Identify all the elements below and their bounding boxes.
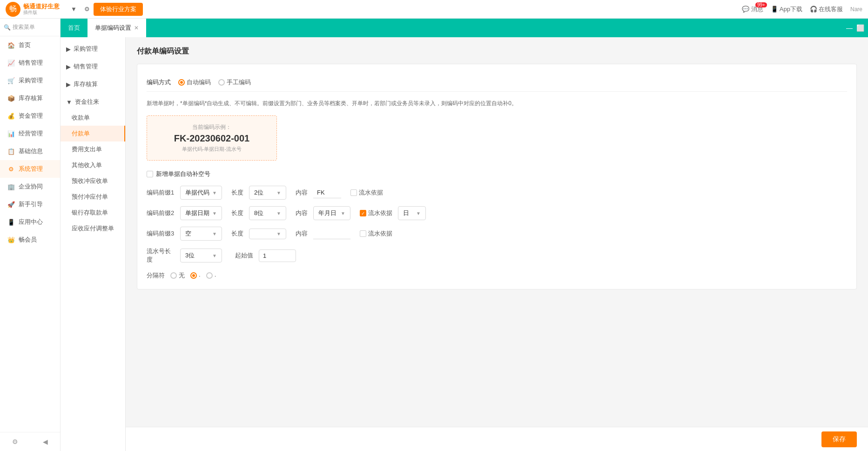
- message-icon: 💬: [742, 6, 749, 13]
- nav-item-payment[interactable]: 付款单: [61, 126, 125, 141]
- home-icon: 🏠: [7, 41, 15, 49]
- nav-item-receipt[interactable]: 收款单: [61, 110, 125, 126]
- sidebar-item-member[interactable]: 👑 畅会员: [0, 231, 60, 249]
- prefix1-length-label: 长度: [231, 188, 243, 197]
- prefix1-length-arrow: ▼: [276, 190, 281, 195]
- top-bar: 畅 畅通道好生意 插件版 ▼ ⚙ 体验行业方案 💬 消息 99+ 📱 App下载…: [0, 0, 868, 19]
- serial-length-value: 3位: [185, 251, 195, 260]
- tab-minimize-icon[interactable]: —: [846, 24, 853, 32]
- prefix3-select[interactable]: 空 ▼: [180, 227, 222, 241]
- message-btn[interactable]: 💬 消息 99+: [742, 5, 763, 13]
- prefix3-length-select[interactable]: ▼: [249, 229, 286, 239]
- serial-start-input[interactable]: [259, 249, 296, 262]
- sidebar-settings-btn[interactable]: ⚙: [8, 436, 22, 447]
- sidebar-item-purchase-label: 采购管理: [19, 76, 43, 85]
- prefix2-length-value: 8位: [254, 209, 263, 217]
- tab-singlecode[interactable]: 单据编码设置 ✕: [87, 19, 146, 37]
- nav-dropdown[interactable]: ▼: [67, 6, 81, 13]
- prefix3-label: 编码前缀3: [147, 229, 175, 238]
- sidebar-item-appcenter[interactable]: 📱 应用中心: [0, 213, 60, 231]
- nav-item-prepayreceive-label: 预收冲应收单: [72, 177, 108, 184]
- dropdown-text: ▼: [71, 6, 77, 13]
- sidebar-item-sales[interactable]: 📈 销售管理: [0, 54, 60, 72]
- sidebar-item-operations[interactable]: 📊 经营管理: [0, 125, 60, 142]
- auto-fill-checkbox[interactable]: [147, 171, 153, 177]
- nav-item-income[interactable]: 其他收入单: [61, 157, 125, 173]
- sidebar-item-purchase[interactable]: 🛒 采购管理: [0, 72, 60, 89]
- gear-icon: ⚙: [84, 6, 90, 13]
- save-button[interactable]: 保存: [821, 431, 857, 447]
- prefix1-value: 单据代码: [185, 188, 209, 197]
- nav-header-sales[interactable]: ▶ 销售管理: [61, 59, 125, 74]
- prefix1-content-input[interactable]: [313, 187, 341, 198]
- logo: 畅 畅通道好生意 插件版: [6, 2, 60, 17]
- app-download-btn[interactable]: 📱 App下载: [771, 5, 802, 13]
- sep-underscore-radio[interactable]: ·: [206, 272, 216, 279]
- app-icon: 📱: [771, 6, 778, 13]
- sidebar-item-enterprise[interactable]: 🏢 企业协同: [0, 178, 60, 195]
- prefix1-length-select[interactable]: 2位 ▼: [249, 186, 286, 200]
- prefix1-serial-checkbox[interactable]: [350, 189, 357, 196]
- enterprise-icon: 🏢: [7, 183, 15, 190]
- prefix2-length-select[interactable]: 8位 ▼: [249, 206, 286, 220]
- sidebar-item-newguide[interactable]: 🚀 新手引导: [0, 195, 60, 213]
- sep-dash-radio[interactable]: ·: [190, 272, 201, 279]
- nav-item-prepayreceive[interactable]: 预收冲应收单: [61, 173, 125, 189]
- prefix2-content-select[interactable]: 年月日 ▼: [313, 206, 350, 220]
- nav-gear[interactable]: ⚙: [84, 6, 90, 13]
- logo-sub: 插件版: [23, 10, 60, 15]
- prefix2-date-select[interactable]: 日 ▼: [398, 206, 426, 220]
- prefix3-serial-label: 流水依据: [368, 229, 392, 238]
- auto-encoding-dot: [178, 79, 185, 86]
- sidebar-collapse-btn[interactable]: ◀: [39, 436, 52, 447]
- sep-none-dot: [170, 272, 177, 279]
- sep-none-radio[interactable]: 无: [170, 271, 185, 280]
- nav-item-bankdeposit[interactable]: 银行存取款单: [61, 205, 125, 221]
- app-label: App下载: [780, 5, 802, 13]
- sidebar-item-member-label: 畅会员: [19, 236, 37, 244]
- manual-encoding-dot: [218, 79, 225, 86]
- tab-maximize-icon[interactable]: ⬜: [856, 24, 864, 32]
- nav-header-inventory[interactable]: ▶ 库存核算: [61, 76, 125, 92]
- sidebar-item-operations-label: 经营管理: [19, 129, 43, 138]
- purchase-icon: 🛒: [7, 77, 15, 84]
- online-service-btn[interactable]: 🎧 在线客服: [810, 5, 843, 13]
- prefix1-arrow: ▼: [212, 190, 217, 195]
- sidebar-item-home[interactable]: 🏠 首页: [0, 36, 60, 54]
- trial-btn[interactable]: 体验行业方案: [94, 3, 143, 16]
- prefix1-serial-label: 流水依据: [359, 188, 383, 197]
- auto-fill-label: 新增单据自动补空号: [156, 170, 210, 178]
- auto-encoding-radio[interactable]: 自动编码: [178, 78, 211, 87]
- sidebar-item-enterprise-label: 企业协同: [19, 182, 43, 191]
- tab-bar-actions: — ⬜: [846, 24, 868, 32]
- sidebar-item-system[interactable]: ⚙ 系统管理: [0, 160, 60, 178]
- prefix3-serial-checkbox[interactable]: [360, 230, 366, 237]
- prefix1-select[interactable]: 单据代码 ▼: [180, 186, 222, 200]
- sep-underscore-dot: [206, 272, 213, 279]
- prefix2-arrow: ▼: [212, 211, 217, 216]
- nav-item-prepayment[interactable]: 预付冲应付单: [61, 189, 125, 205]
- prefix1-length-value: 2位: [254, 188, 263, 197]
- prefix1-content-label: 内容: [296, 188, 308, 197]
- prefix2-select[interactable]: 单据日期 ▼: [180, 206, 222, 220]
- search-menu-btn[interactable]: 🔍 搜索菜单: [0, 19, 60, 36]
- sidebar-item-basic[interactable]: 📋 基础信息: [0, 142, 60, 160]
- prefix2-serial-checkbox[interactable]: ✓: [360, 210, 366, 216]
- prefix2-serial-check: ✓ 流水依据: [360, 209, 392, 217]
- manual-encoding-label: 手工编码: [227, 78, 251, 87]
- nav-header-capital[interactable]: ▼ 资金往来: [61, 94, 125, 110]
- prefix3-content-input[interactable]: [313, 228, 350, 239]
- sidebar-item-finance[interactable]: 💰 资金管理: [0, 107, 60, 125]
- serial-length-select[interactable]: 3位 ▼: [180, 249, 222, 263]
- sidebar-item-inventory[interactable]: 📦 库存核算: [0, 89, 60, 107]
- prefix-row-1: 编码前缀1 单据代码 ▼ 长度 2位 ▼ 内容: [147, 186, 847, 200]
- user-name[interactable]: Nare: [850, 6, 862, 13]
- nav-item-expense-label: 费用支出单: [72, 146, 102, 153]
- nav-item-expense[interactable]: 费用支出单: [61, 141, 125, 157]
- manual-encoding-radio[interactable]: 手工编码: [218, 78, 251, 87]
- nav-item-adjustment[interactable]: 应收应付调整单: [61, 221, 125, 236]
- tab-close-icon[interactable]: ✕: [134, 25, 139, 31]
- nav-header-purchase[interactable]: ▶ 采购管理: [61, 41, 125, 57]
- tab-home[interactable]: 首页: [61, 19, 87, 37]
- code-preview: 当前编码示例： FK-20230602-001 单据代码-单据日期-流水号: [147, 115, 277, 161]
